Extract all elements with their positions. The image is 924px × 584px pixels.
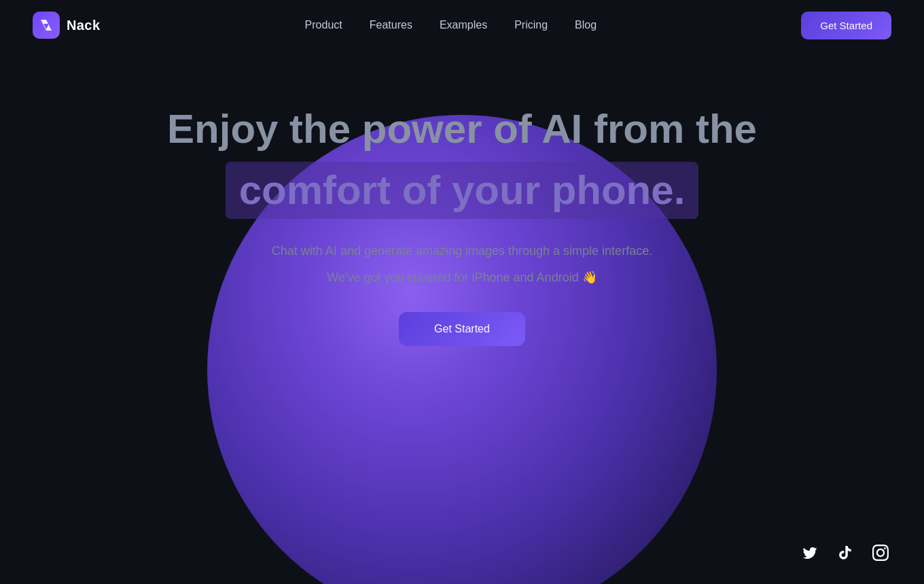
nav-item-blog[interactable]: Blog	[575, 19, 597, 31]
hero-title-line1: Enjoy the power of AI from the	[167, 105, 757, 154]
navbar: Nack Product Features Examples Pricing B…	[0, 0, 924, 50]
social-icons	[799, 542, 891, 564]
hero-title-highlight: comfort of your phone.	[226, 162, 699, 219]
nav-links: Product Features Examples Pricing Blog	[305, 19, 597, 31]
hero-get-started-button[interactable]: Get Started	[399, 312, 525, 346]
hero-subtitle-line2: We've got you covered for iPhone and And…	[327, 267, 597, 288]
logo-icon	[33, 12, 60, 39]
tiktok-icon[interactable]	[834, 542, 856, 564]
nav-item-product[interactable]: Product	[305, 19, 342, 31]
nav-item-features[interactable]: Features	[370, 19, 412, 31]
nav-item-examples[interactable]: Examples	[440, 19, 487, 31]
twitter-icon[interactable]	[799, 542, 821, 564]
nav-link-blog[interactable]: Blog	[575, 19, 597, 31]
logo[interactable]: Nack	[33, 12, 100, 39]
nack-logo-svg	[38, 17, 54, 33]
nav-item-pricing[interactable]: Pricing	[514, 19, 548, 31]
instagram-icon[interactable]	[870, 542, 891, 564]
tiktok-svg	[837, 545, 853, 561]
brand-name: Nack	[67, 18, 100, 33]
instagram-svg	[872, 545, 889, 561]
hero-subtitle-line1: Chat with AI and generate amazing images…	[272, 241, 652, 262]
nav-link-examples[interactable]: Examples	[440, 19, 487, 31]
nav-link-features[interactable]: Features	[370, 19, 412, 31]
twitter-svg	[802, 545, 818, 561]
nav-link-pricing[interactable]: Pricing	[514, 19, 548, 31]
nav-link-product[interactable]: Product	[305, 19, 342, 31]
hero-title-line2: comfort of your phone.	[239, 166, 686, 215]
hero-section: Enjoy the power of AI from the comfort o…	[0, 50, 924, 346]
nav-get-started-button[interactable]: Get Started	[801, 12, 891, 39]
